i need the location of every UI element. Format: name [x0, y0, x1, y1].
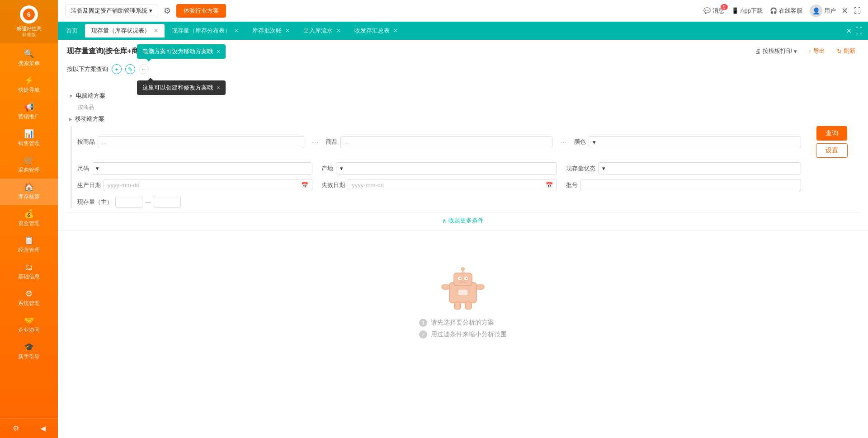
industry-btn[interactable]: 体验行业方案: [176, 4, 226, 18]
empty-illustration: [438, 267, 488, 313]
search-btn[interactable]: 查询: [816, 126, 847, 141]
filter-row-1: 按商品 ... ⋯ 商品 ... ⋯: [77, 126, 859, 158]
sidebar-item-enterprise[interactable]: 🤝 企业协同: [0, 312, 58, 339]
topbar: 装备及固定资产辅助管理系统 ▾ ⚙ 体验行业方案 💬 消息 9 📱 App下载 …: [58, 0, 868, 22]
system-title: 装备及固定资产辅助管理系统: [71, 7, 147, 15]
tab-batch-account[interactable]: 库存批次账 ✕: [246, 24, 296, 38]
settings-bottom-btn[interactable]: ⚙: [9, 422, 23, 434]
sidebar-item-system[interactable]: ⚙ 系统管理: [0, 285, 58, 312]
template-print-btn[interactable]: 🖨 按模板打印 ▾: [751, 45, 801, 57]
close-topbar-btn[interactable]: ✕: [841, 6, 848, 16]
calendar-icon-2: 📅: [546, 182, 553, 188]
stockmain-from[interactable]: [115, 196, 142, 208]
template-print-label: 按模板打印: [763, 47, 792, 55]
online-support-action[interactable]: 🎧 在线客服: [770, 7, 802, 15]
operations-icon: 📋: [24, 236, 34, 245]
avatar: 👤: [810, 5, 822, 17]
tab-inout-flow-close[interactable]: ✕: [336, 28, 341, 33]
tooltip1-text: 电脑方案可设为移动方案哦: [142, 47, 213, 56]
svg-rect-11: [476, 285, 484, 289]
user-action[interactable]: 👤 用户: [810, 5, 836, 17]
sales-icon: 📊: [24, 130, 34, 138]
batch-label: 批号: [566, 181, 578, 189]
filter-cell-warehouse: 按商品 ...: [77, 136, 304, 148]
sidebar-item-quicknav[interactable]: ⚡ 快捷导航: [0, 72, 58, 99]
content-area: 现存量查询(按仓库+商品) 🖨 按模板打印 ▾ ↑ 导出 ↻ 刷新: [58, 40, 868, 438]
sidebar-item-search[interactable]: 🔍 搜索菜单: [0, 45, 58, 72]
refresh-icon: ↻: [837, 48, 842, 55]
refresh-label: 刷新: [844, 47, 855, 55]
edit-scheme-btn[interactable]: ✎: [125, 64, 135, 74]
tab-inout-flow-label: 出入库流水: [303, 27, 333, 35]
topbar-settings-icon[interactable]: ⚙: [164, 6, 171, 16]
export-label: 导出: [813, 47, 825, 55]
producedate-label: 生产日期: [77, 181, 101, 189]
tab-inventory-status[interactable]: 现存量（库存状况表） ✕: [85, 24, 165, 38]
app-download-label: App下载: [741, 7, 763, 15]
tab-collect-summary[interactable]: 收发存汇总表 ✕: [348, 24, 404, 38]
search-icon: 🔍: [24, 50, 34, 58]
warehouse-select[interactable]: ...: [98, 136, 304, 148]
scheme-mobile[interactable]: ▶ 移动端方案: [67, 113, 859, 124]
origin-select[interactable]: ▾: [336, 162, 557, 174]
svg-rect-10: [442, 285, 450, 289]
tabbar-right: ✕ ⛶: [846, 27, 866, 35]
sidebar-item-newguide[interactable]: 🎓 新手引导: [0, 339, 58, 365]
tooltip2-close[interactable]: ×: [217, 84, 220, 91]
tab-batch-account-close[interactable]: ✕: [285, 28, 290, 33]
system-selector[interactable]: 装备及固定资产辅助管理系统 ▾: [65, 5, 158, 17]
main-area: 装备及固定资产辅助管理系统 ▾ ⚙ 体验行业方案 💬 消息 9 📱 App下载 …: [58, 0, 868, 438]
producedate-input[interactable]: yyyy-mm-dd 📅: [104, 179, 312, 191]
tab-home[interactable]: 首页: [60, 24, 84, 38]
size-select[interactable]: ▾: [92, 162, 312, 174]
tab-inventory-dist[interactable]: 现存量（库存分布表） ✕: [165, 24, 245, 38]
tooltip-popup-2: 这里可以创建和修改方案哦 ×: [137, 80, 226, 95]
basic-icon: 🗂: [25, 263, 33, 271]
tab-inout-flow[interactable]: 出入库流水 ✕: [297, 24, 347, 38]
sidebar-item-operations[interactable]: 📋 经营管理: [0, 232, 58, 259]
headset-icon: 🎧: [770, 7, 777, 14]
collapse-sidebar-btn[interactable]: ◀: [37, 422, 49, 434]
enterprise-icon: 🤝: [24, 316, 34, 325]
app-download-action[interactable]: 📱 App下载: [731, 7, 763, 15]
calendar-icon-1: 📅: [301, 182, 308, 188]
add-scheme-btn[interactable]: +: [112, 64, 122, 74]
message-action[interactable]: 💬 消息 9: [703, 7, 724, 15]
tabbar-close-all-btn[interactable]: ✕: [846, 27, 852, 35]
stockmain-label: 现存量（主）: [77, 198, 113, 206]
reset-btn[interactable]: 设置: [816, 143, 848, 158]
tabbar-expand-btn[interactable]: ⛶: [855, 27, 863, 35]
expand-arrow-pc: ▼: [69, 94, 73, 99]
sidebar-item-inventory[interactable]: 🏠 库存核算: [0, 179, 58, 205]
tab-collect-summary-close[interactable]: ✕: [393, 28, 398, 33]
tab-inventory-status-close[interactable]: ✕: [154, 28, 158, 33]
tab-inventory-dist-close[interactable]: ✕: [234, 28, 239, 33]
goods-select[interactable]: ...: [340, 136, 553, 148]
quicknav-icon: ⚡: [24, 76, 34, 85]
stockstatus-select[interactable]: ▾: [598, 162, 801, 174]
expiredate-placeholder: yyyy-mm-dd: [352, 182, 384, 188]
scheme-mobile-label: 移动端方案: [75, 115, 104, 123]
empty-hint-1: 1 请先选择要分析的方案: [419, 319, 507, 327]
tooltip1-close[interactable]: ×: [217, 48, 220, 55]
back-scheme-btn[interactable]: ←: [139, 64, 149, 74]
expand-btn[interactable]: ⛶: [854, 7, 861, 15]
sidebar-item-sales[interactable]: 📊 销售管理: [0, 125, 58, 152]
collapse-row[interactable]: ∧ 收起更多条件: [67, 212, 859, 228]
color-select[interactable]: ▾: [589, 136, 801, 148]
filter-row-3: 生产日期 yyyy-mm-dd 📅 失效日期 yyyy-mm-dd 📅: [77, 179, 801, 191]
expiredate-input[interactable]: yyyy-mm-dd 📅: [348, 179, 557, 191]
refresh-btn[interactable]: ↻ 刷新: [833, 45, 859, 57]
sidebar-item-purchase[interactable]: 🛒 采购管理: [0, 152, 58, 179]
goods-placeholder: ...: [344, 139, 349, 146]
sidebar-item-finance[interactable]: 💰 资金管理: [0, 205, 58, 232]
range-sep: —: [145, 198, 151, 205]
filter-cell-stockmain: 现存量（主） —: [77, 196, 312, 208]
sidebar-item-marketing[interactable]: 📢 营销推广: [0, 99, 58, 125]
batch-input[interactable]: [580, 179, 801, 191]
stockmain-to[interactable]: [154, 196, 181, 208]
stockstatus-label: 现存量状态: [566, 165, 595, 173]
topbar-actions: 💬 消息 9 📱 App下载 🎧 在线客服 👤 用户: [703, 5, 836, 17]
export-btn[interactable]: ↑ 导出: [805, 45, 829, 57]
sidebar-item-basic[interactable]: 🗂 基础信息: [0, 259, 58, 285]
